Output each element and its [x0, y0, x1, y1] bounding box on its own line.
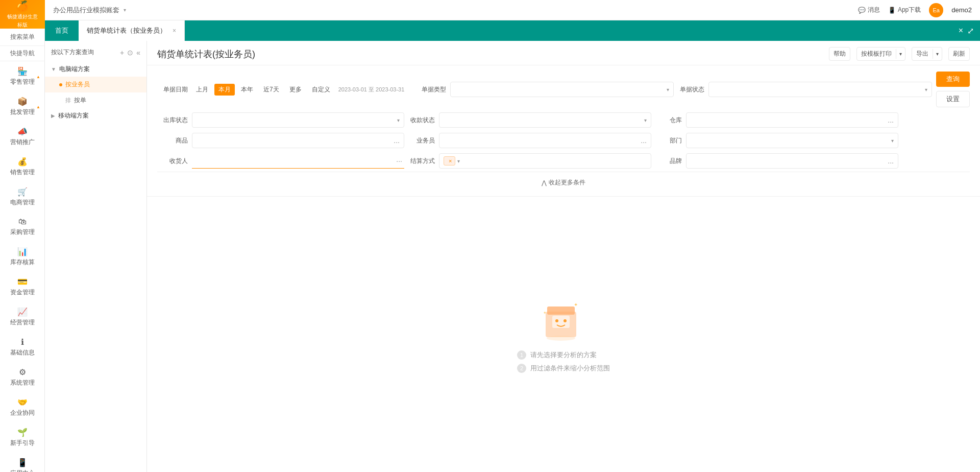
sidebar-item-system[interactable]: ⚙ 系统管理 — [0, 362, 44, 392]
sidebar-logo[interactable]: 🍊 畅捷通好生意 标版 — [0, 0, 45, 29]
tab-expand: × ⤢ — [959, 20, 980, 41]
avatar[interactable]: Ea — [929, 3, 943, 17]
goods-dots[interactable]: ... — [394, 136, 400, 145]
tab-home[interactable]: 首页 — [45, 20, 79, 41]
panel-collapse-icon[interactable]: « — [136, 49, 140, 57]
tree-section-pc-header[interactable]: ▼ 电脑端方案 — [45, 62, 146, 77]
tab-close-icon[interactable]: × — [173, 27, 176, 34]
sidebar-search[interactable]: 搜索菜单 — [0, 29, 44, 46]
sidebar-item-appstore-label: 应用中心 — [10, 469, 35, 472]
empty-box-svg: ✦ ✦ — [538, 296, 589, 342]
filter-area: 单据日期 上月 本月 本年 近7天 更多 自定义 2023-03-01 至 20… — [147, 65, 980, 197]
date-btn-this-month[interactable]: 本月 — [214, 84, 235, 96]
appstore-icon: 📱 — [17, 458, 28, 467]
salesperson-label: 业务员 — [404, 136, 435, 145]
settlement-tag: × — [444, 156, 455, 166]
sidebar-item-finance[interactable]: 💳 资金管理 — [0, 272, 44, 302]
tree-item-salesperson[interactable]: 按业务员 — [45, 77, 146, 92]
tip-num-1: 1 — [517, 350, 526, 360]
outbound-select[interactable]: ▾ — [192, 112, 404, 128]
sidebar-item-wholesale[interactable]: 📦 批发管理 — [0, 91, 44, 122]
topbar: 办公用品行业模拟账套 ▾ 💬 消息 📱 App下载 Ea demo2 — [45, 0, 980, 20]
tree-order-icon: 排 — [65, 97, 71, 104]
collapse-button[interactable]: ⋀ 收起更多条件 — [533, 175, 594, 190]
template-print-arrow[interactable]: ▾ — [896, 49, 905, 59]
export-arrow[interactable]: ▾ — [933, 49, 942, 59]
operations-icon: 📈 — [17, 307, 28, 317]
sidebar-item-marketing[interactable]: 📣 营销推广 — [0, 122, 44, 152]
sidebar-item-system-label: 系统管理 — [10, 379, 35, 387]
sidebar-nav: 🏪 零售管理 📦 批发管理 📣 营销推广 💰 销售管理 🛒 电商管理 🛍 采购管… — [0, 61, 44, 472]
tree-item-order[interactable]: 排 按单 — [45, 92, 146, 108]
payment-select[interactable]: ▾ — [439, 112, 651, 128]
sidebar-item-retail[interactable]: 🏪 零售管理 — [0, 61, 44, 91]
inventory-icon: 📊 — [17, 247, 28, 256]
sidebar-item-ecommerce[interactable]: 🛒 电商管理 — [0, 182, 44, 212]
receiver-dots[interactable]: ··· — [396, 157, 402, 165]
salesperson-control[interactable]: ... — [439, 133, 651, 148]
sidebar-item-appstore[interactable]: 📱 应用中心 — [0, 453, 44, 472]
type-select[interactable]: ▾ — [450, 82, 674, 97]
breadcrumb-arrow[interactable]: ▾ — [124, 7, 126, 13]
goods-label: 商品 — [157, 136, 188, 145]
receiver-label: 收货人 — [157, 157, 188, 166]
salesperson-dots[interactable]: ... — [641, 136, 647, 145]
template-print-button[interactable]: 按模板打印 — [857, 48, 896, 60]
receiver-control[interactable]: ··· — [192, 153, 404, 169]
warehouse-dots[interactable]: ... — [888, 116, 894, 124]
panel-add-icon[interactable]: + — [120, 49, 124, 57]
sidebar-item-enterprise-label: 企业协同 — [10, 409, 35, 417]
query-button[interactable]: 查询 — [936, 72, 970, 87]
warehouse-control[interactable]: ... — [686, 112, 898, 128]
date-btn-more[interactable]: 更多 — [285, 84, 306, 96]
dept-select[interactable]: ▾ — [686, 133, 898, 148]
tab-fullscreen-icon[interactable]: ⤢ — [967, 26, 974, 36]
left-panel-header: 按以下方案查询 + ⊙ « — [45, 45, 146, 60]
status-arrow: ▾ — [925, 87, 927, 92]
tab-active-sales-report[interactable]: 销货单统计表（按业务员） × — [79, 20, 185, 41]
sidebar-item-purchase[interactable]: 🛍 采购管理 — [0, 212, 44, 242]
help-button[interactable]: 帮助 — [829, 47, 850, 61]
date-btn-last-month[interactable]: 上月 — [192, 84, 212, 96]
sidebar-item-sales[interactable]: 💰 销售管理 — [0, 152, 44, 182]
date-btn-7days[interactable]: 近7天 — [259, 84, 283, 96]
settlement-tag-close[interactable]: × — [449, 158, 452, 164]
tab-active-label: 销货单统计表（按业务员） — [87, 26, 166, 35]
empty-tips: 1 请先选择要分析的方案 2 用过滤条件来缩小分析范围 — [517, 350, 610, 373]
export-button[interactable]: 导出 — [912, 48, 933, 60]
app-download-button[interactable]: 📱 App下载 — [888, 6, 921, 14]
svg-text:✦: ✦ — [574, 302, 578, 308]
sidebar-item-wholesale-label: 批发管理 — [10, 108, 35, 116]
date-range: 2023-03-01 至 2023-03-31 — [338, 86, 405, 93]
finance-icon: 💳 — [17, 277, 28, 287]
goods-control[interactable]: ... — [192, 133, 404, 148]
sidebar-item-enterprise[interactable]: 🤝 企业协同 — [0, 392, 44, 422]
panel-edit-icon[interactable]: ⊙ — [127, 49, 133, 57]
brand-control[interactable]: ... — [686, 153, 898, 169]
message-button[interactable]: 💬 消息 — [858, 6, 880, 14]
sidebar-item-inventory[interactable]: 📊 库存核算 — [0, 242, 44, 272]
wholesale-icon: 📦 — [17, 97, 28, 106]
username-label[interactable]: demo2 — [951, 6, 972, 14]
ecommerce-icon: 🛒 — [17, 187, 28, 197]
date-btn-custom[interactable]: 自定义 — [308, 84, 334, 96]
action-column: 查询 设置 — [932, 72, 970, 107]
tab-shrink-icon[interactable]: × — [959, 26, 963, 35]
logo-icon: 🍊 — [16, 0, 29, 12]
sidebar-quick[interactable]: 快捷导航 — [0, 46, 44, 61]
template-print-group: 按模板打印 ▾ — [856, 47, 905, 61]
refresh-button[interactable]: 刷新 — [948, 47, 970, 61]
status-select[interactable]: ▾ — [708, 82, 932, 97]
sales-icon: 💰 — [17, 157, 28, 167]
collapse-icon: ⋀ — [542, 179, 547, 186]
date-btn-this-year[interactable]: 本年 — [237, 84, 257, 96]
sidebar-item-newbie[interactable]: 🌱 新手引导 — [0, 422, 44, 453]
svg-text:✦: ✦ — [543, 311, 547, 315]
settlement-control[interactable]: × ▾ — [439, 153, 651, 169]
brand-dots[interactable]: ... — [888, 157, 894, 165]
sidebar-item-operations[interactable]: 📈 经营管理 — [0, 302, 44, 332]
tree-section-mobile-header[interactable]: ▶ 移动端方案 — [45, 108, 146, 123]
sidebar-item-basic[interactable]: ℹ 基础信息 — [0, 332, 44, 362]
settings-button[interactable]: 设置 — [936, 91, 970, 107]
retail-icon: 🏪 — [17, 66, 28, 76]
